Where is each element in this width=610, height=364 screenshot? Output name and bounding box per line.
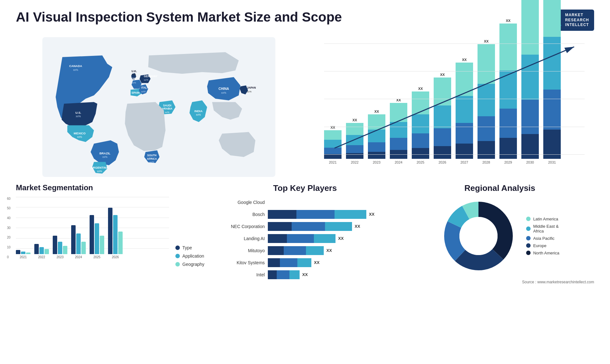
bar-2023 — [368, 114, 385, 159]
player-row-bosch: Bosch XX — [211, 210, 399, 219]
svg-text:xx%: xx% — [132, 73, 136, 76]
svg-text:xx%: xx% — [247, 90, 252, 93]
svg-text:AFRICA: AFRICA — [147, 157, 157, 160]
bar-2021 — [324, 130, 342, 159]
bar-value-2022: XX — [352, 118, 357, 122]
bar-label-2031: 2031 — [548, 160, 556, 164]
seg-bar-geo-2022 — [44, 249, 49, 254]
svg-text:xx%: xx% — [144, 78, 148, 81]
bar-label-2030: 2030 — [526, 160, 534, 164]
bar-value-2021: XX — [330, 125, 335, 129]
legend-item-geography: Geography — [175, 262, 204, 267]
bar-value-2029: XX — [506, 19, 511, 23]
legend-dot-geography — [175, 262, 180, 266]
seg-legend: Type Application Geography — [175, 245, 204, 267]
player-xx-intel: XX — [302, 272, 308, 277]
seg-bar-app-2021 — [21, 252, 25, 254]
svg-text:SAUDI: SAUDI — [163, 104, 171, 107]
seg-bar-geo-2026 — [118, 232, 123, 254]
legend-label-north-america: North America — [533, 251, 559, 255]
player-row-landing-ai: Landing AI XX — [211, 234, 399, 243]
legend-item-latin-america: Latin America — [526, 217, 559, 221]
seg-bar-type-2023 — [53, 236, 57, 254]
seg-bar-geo-2023 — [63, 246, 67, 254]
player-xx-kitov: XX — [314, 260, 319, 265]
player-name-google-cloud: Google Cloud — [211, 200, 265, 205]
growth-chart-section: XX 2021 XX — [308, 37, 594, 177]
player-bar-kitov: XX — [268, 258, 399, 267]
seg-bar-type-2022 — [34, 244, 39, 254]
svg-text:xx%: xx% — [73, 68, 78, 71]
player-name-intel: Intel — [211, 272, 265, 277]
seg-x-label-2023: 2023 — [57, 255, 64, 259]
page-title: AI Visual Inspection System Market Size … — [16, 10, 342, 25]
player-name-landing-ai: Landing AI — [211, 236, 265, 241]
player-name-bosch: Bosch — [211, 212, 265, 217]
svg-text:CHINA: CHINA — [219, 87, 229, 90]
svg-text:xx%: xx% — [196, 113, 201, 116]
player-row-nec: NEC Corporation XX — [211, 222, 399, 231]
bar-value-2023: XX — [374, 110, 379, 113]
donut-container: Latin America Middle East &Africa Asia P… — [406, 198, 594, 274]
seg-bars: 2021 2022 — [16, 197, 169, 259]
source-text: Source : www.marketresearchintellect.com — [522, 280, 594, 284]
player-bar-kitov-bar — [268, 258, 311, 267]
key-players-section: Top Key Players Google Cloud Bosch — [211, 183, 399, 285]
bar-2028 — [478, 44, 495, 159]
regional-title: Regional Analysis — [406, 183, 594, 193]
source-container: Source : www.marketresearchintellect.com — [406, 279, 594, 285]
legend-item-middle-east-africa: Middle East &Africa — [526, 224, 559, 233]
legend-label-middle-east-africa: Middle East &Africa — [533, 224, 559, 233]
logo-text: MARKET RESEARCH INTELLECT — [565, 13, 589, 28]
player-bar-bosch: XX — [268, 210, 399, 219]
segmentation-section: Market Segmentation 60 50 40 30 20 10 0 — [16, 183, 204, 285]
svg-text:JAPAN: JAPAN — [247, 86, 256, 89]
bar-label-2021: 2021 — [329, 160, 336, 164]
bar-value-2026: XX — [440, 73, 445, 77]
donut-chart-svg — [440, 198, 517, 274]
legend-label-geography: Geography — [182, 262, 204, 267]
svg-text:xx%: xx% — [132, 81, 136, 84]
bar-2022 — [346, 123, 363, 159]
seg-bar-type-2026 — [108, 208, 112, 254]
svg-text:SPAIN: SPAIN — [132, 91, 139, 94]
player-row-mitutoyo: Mitutoyo XX — [211, 246, 399, 255]
bar-2026 — [434, 78, 451, 159]
bar-label-2023: 2023 — [373, 160, 380, 164]
bar-chart: XX 2021 XX — [324, 56, 585, 164]
legend-label-type: Type — [182, 245, 192, 250]
legend-item-application: Application — [175, 253, 204, 259]
seg-x-label-2026: 2026 — [112, 255, 119, 259]
legend-item-type: Type — [175, 245, 204, 250]
legend-label-asia-pacific: Asia Pacific — [533, 236, 554, 241]
bar-2027 — [456, 63, 473, 159]
seg-bar-type-2024 — [71, 225, 76, 254]
page-container: AI Visual Inspection System Market Size … — [0, 0, 610, 364]
seg-bar-type-2025 — [90, 215, 94, 254]
svg-text:SOUTH: SOUTH — [147, 154, 156, 157]
seg-bar-app-2024 — [76, 233, 81, 254]
svg-text:ITALY: ITALY — [141, 86, 148, 89]
bar-label-2025: 2025 — [417, 160, 424, 164]
svg-text:BRAZIL: BRAZIL — [99, 152, 111, 155]
bar-label-2022: 2022 — [351, 160, 358, 164]
player-xx-nec: XX — [355, 224, 360, 229]
bar-label-2029: 2029 — [504, 160, 512, 164]
bar-2030 — [521, 0, 539, 159]
legend-dot-europe — [526, 243, 531, 248]
key-players-title: Top Key Players — [211, 183, 399, 193]
svg-point-42 — [459, 217, 498, 255]
world-map-section: CANADA xx% U.S. xx% MEXICO xx% BRAZIL xx… — [16, 37, 302, 177]
player-name-nec: NEC Corporation — [211, 224, 265, 229]
player-bar-landing-ai-bar — [268, 234, 336, 243]
legend-item-asia-pacific: Asia Pacific — [526, 236, 559, 241]
players-list: Google Cloud Bosch XX — [211, 198, 399, 279]
player-bar-mitutoyo: XX — [268, 246, 399, 255]
legend-dot-middle-east-africa — [526, 226, 531, 231]
legend-dot-type — [175, 246, 180, 250]
player-bar-intel-bar — [268, 270, 300, 279]
legend-label-latin-america: Latin America — [533, 217, 558, 221]
svg-text:xx%: xx% — [77, 135, 82, 138]
player-xx-mitutoyo: XX — [326, 248, 332, 253]
bar-2025 — [412, 91, 429, 159]
